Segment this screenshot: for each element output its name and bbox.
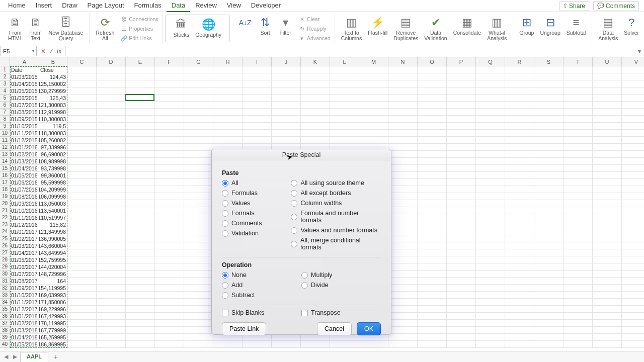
cell[interactable]: 01/02/2018 (10, 320, 39, 327)
cell[interactable] (155, 256, 184, 263)
cell[interactable] (97, 179, 126, 186)
cell[interactable]: 01/05/2017 (10, 256, 39, 263)
cell[interactable] (243, 130, 272, 137)
cell[interactable] (564, 207, 593, 214)
cell[interactable] (243, 109, 272, 116)
cell[interactable] (155, 95, 184, 102)
cell[interactable] (126, 158, 155, 165)
consolidate-button[interactable]: ▦Consolidate (450, 14, 484, 37)
cell[interactable] (447, 207, 476, 214)
cell[interactable] (505, 95, 534, 102)
row-header-26[interactable]: 26 (0, 242, 10, 249)
cell[interactable] (534, 256, 564, 263)
cell[interactable] (476, 228, 505, 235)
cell[interactable] (388, 313, 418, 320)
cell[interactable] (505, 278, 534, 285)
cell[interactable] (126, 228, 155, 235)
column-header-I[interactable]: I (243, 57, 272, 66)
cell[interactable] (593, 341, 622, 348)
cell[interactable] (272, 95, 301, 102)
cell[interactable] (126, 179, 155, 186)
cell[interactable] (447, 95, 476, 102)
cell[interactable] (388, 299, 418, 306)
cell[interactable] (593, 80, 622, 87)
cell[interactable]: 110,300003 (39, 116, 67, 123)
cell[interactable] (534, 306, 564, 313)
cell[interactable] (447, 186, 476, 193)
row-header-27[interactable]: 27 (0, 249, 10, 256)
cell[interactable] (593, 214, 622, 221)
cell[interactable] (593, 327, 622, 334)
properties-button[interactable]: ☰Properties (119, 24, 159, 33)
row-header-23[interactable]: 23 (0, 221, 10, 228)
cell[interactable] (184, 334, 213, 341)
cell[interactable] (447, 285, 476, 292)
ok-button[interactable]: OK (357, 322, 381, 335)
cell[interactable] (447, 242, 476, 249)
row-header-7[interactable]: 7 (0, 109, 10, 116)
cell[interactable] (476, 285, 505, 292)
cell[interactable] (184, 73, 213, 80)
cell[interactable] (476, 123, 505, 130)
cell[interactable] (505, 327, 534, 334)
paste-radio-formats[interactable]: Formats (222, 210, 291, 217)
tab-review[interactable]: Review (190, 0, 222, 12)
cell[interactable] (476, 242, 505, 249)
cell[interactable] (301, 66, 330, 73)
cell[interactable] (359, 130, 388, 137)
cell[interactable] (213, 102, 243, 109)
cell[interactable] (243, 95, 272, 102)
tab-insert[interactable]: Insert (31, 0, 57, 12)
cell[interactable] (505, 80, 534, 87)
cell[interactable] (505, 228, 534, 235)
cell[interactable] (67, 200, 97, 207)
cell[interactable] (447, 144, 476, 151)
cell[interactable] (476, 186, 505, 193)
cell[interactable] (155, 341, 184, 348)
cell[interactable] (418, 186, 447, 193)
cell[interactable] (593, 137, 622, 144)
cell[interactable] (388, 123, 418, 130)
cell[interactable] (184, 299, 213, 306)
tab-home[interactable]: Home (3, 0, 31, 12)
cell[interactable] (126, 87, 155, 95)
cell[interactable] (97, 334, 126, 341)
cell[interactable] (534, 137, 564, 144)
cell[interactable] (330, 109, 359, 116)
cell[interactable] (622, 144, 644, 151)
cell[interactable] (155, 80, 184, 87)
cell[interactable] (126, 130, 155, 137)
new-database-query-button[interactable]: 🗄New Database Query (46, 14, 87, 43)
cell[interactable] (388, 116, 418, 123)
cancel-button[interactable]: Cancel (317, 322, 352, 335)
cell[interactable] (622, 116, 644, 123)
cell[interactable] (359, 66, 388, 73)
cell[interactable] (184, 95, 213, 102)
cell[interactable] (476, 151, 505, 158)
cell[interactable] (155, 165, 184, 172)
column-header-A[interactable]: A (10, 57, 39, 66)
cell[interactable]: 99,860001 (39, 172, 67, 179)
cell[interactable] (447, 172, 476, 179)
cell[interactable] (593, 270, 622, 278)
cell[interactable] (622, 172, 644, 179)
cell[interactable] (534, 80, 564, 87)
row-header-6[interactable]: 6 (0, 102, 10, 109)
cell[interactable] (622, 130, 644, 137)
cell[interactable] (418, 214, 447, 221)
cell[interactable] (593, 320, 622, 327)
cell[interactable] (126, 137, 155, 144)
cell[interactable] (447, 151, 476, 158)
cell[interactable] (447, 73, 476, 80)
cell[interactable] (564, 193, 593, 200)
cell[interactable]: 164 (39, 278, 67, 285)
cell[interactable] (622, 285, 644, 292)
cell[interactable]: 01/03/2016 (10, 158, 39, 165)
cell[interactable] (67, 144, 97, 151)
cell[interactable] (593, 256, 622, 263)
cell[interactable] (97, 228, 126, 235)
cell[interactable] (388, 341, 418, 348)
cell[interactable] (534, 102, 564, 109)
cell[interactable] (622, 158, 644, 165)
sheet-tab-aapl[interactable]: AAPL (20, 352, 48, 362)
